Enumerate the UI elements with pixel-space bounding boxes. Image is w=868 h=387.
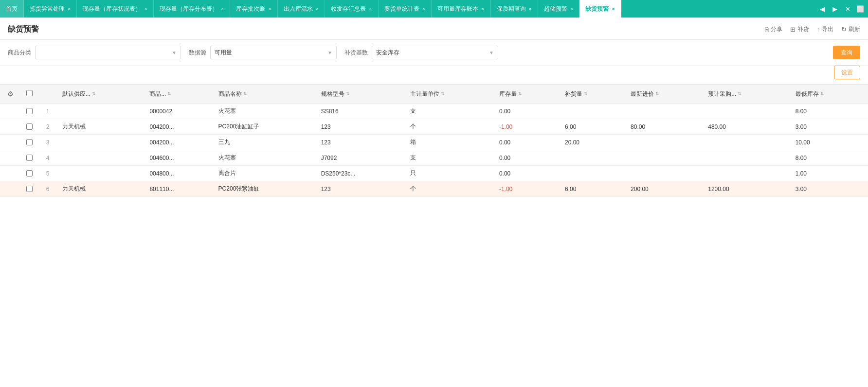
setting-button[interactable]: 设置 [834, 66, 860, 79]
row-stock: 0.00 [494, 135, 560, 150]
tab-collect[interactable]: 收发存汇总表 × [325, 0, 378, 18]
replenish-button[interactable]: ⊞ 补货 [790, 25, 809, 34]
row-num: 2 [38, 119, 57, 135]
row-checkbox[interactable] [26, 139, 33, 145]
row-checkbox[interactable] [26, 108, 33, 114]
row-unit: 支 [405, 150, 494, 166]
replenish-icon: ⊞ [790, 26, 796, 33]
tab-close-available[interactable]: × [481, 6, 484, 12]
tab-close-inventory1[interactable]: × [144, 6, 147, 12]
row-checkbox-cell [20, 150, 38, 166]
row-spec: 123 [316, 119, 405, 135]
row-latest-price [626, 166, 703, 181]
table-row[interactable]: 5 004800... 离合片 DS250*23c... 只 0.00 1.00 [0, 166, 868, 181]
tab-close-shortage[interactable]: × [612, 6, 615, 12]
row-code: 004200... [145, 119, 213, 135]
refresh-button[interactable]: ↻ 刷新 [841, 25, 860, 34]
row-num: 6 [38, 181, 57, 197]
tab-available[interactable]: 可用量库存账本 × [432, 0, 490, 18]
row-replenish-qty [560, 150, 626, 166]
datasource-select[interactable]: 可用量 ▼ [210, 46, 337, 59]
th-stock[interactable]: 库存量 ⇅ [494, 85, 560, 104]
column-settings-btn[interactable]: ⚙ [5, 88, 16, 99]
query-button[interactable]: 查询 [833, 46, 860, 59]
row-code: 004600... [145, 150, 213, 166]
tab-bar: 首页 拣货异常处理 × 现存量（库存状况表） × 现存量（库存分布表） × 库存… [0, 0, 868, 18]
tab-navigation: ◀ ▶ ✕ ⬜ [816, 3, 868, 15]
row-unit: 个 [405, 181, 494, 197]
tab-shortage[interactable]: 缺货预警 × [579, 0, 621, 18]
row-settings [0, 135, 20, 150]
row-checkbox-cell [20, 104, 38, 119]
tab-next-btn[interactable]: ▶ [829, 3, 841, 15]
select-all-checkbox[interactable] [26, 90, 33, 96]
tab-close-inventory2[interactable]: × [221, 6, 224, 12]
tab-expiry[interactable]: 保质期查询 × [491, 0, 538, 18]
th-name[interactable]: 商品名称 ⇅ [214, 85, 316, 104]
export-icon: ↑ [817, 26, 820, 33]
replenish-base-dropdown-icon: ▼ [489, 50, 494, 55]
tab-home[interactable]: 首页 [0, 0, 24, 18]
sort-icon-code: ⇅ [167, 91, 171, 96]
tab-batch[interactable]: 库存批次账 × [230, 0, 277, 18]
tab-close-overstock[interactable]: × [570, 6, 573, 12]
tab-restore-btn[interactable]: ⬜ [854, 3, 866, 15]
th-est-purchase[interactable]: 预计采购... ⇅ [703, 85, 790, 104]
page-container: 缺货预警 ⎘ 分享 ⊞ 补货 ↑ 导出 ↻ 刷新 商品分类 [0, 18, 868, 387]
table-row[interactable]: 3 004200... 三九 123 箱 0.00 20.00 10.00 [0, 135, 868, 150]
row-checkbox-cell [20, 135, 38, 150]
row-unit: 箱 [405, 135, 494, 150]
tab-close-abnormal[interactable]: × [68, 6, 71, 12]
replenish-base-select[interactable]: 安全库存 ▼ [372, 46, 498, 59]
filter-bar: 商品分类 ▼ 数据源 可用量 ▼ 补货基数 安全库存 ▼ 查询 [0, 40, 868, 66]
tab-overstock[interactable]: 超储预警 × [538, 0, 579, 18]
row-num: 5 [38, 166, 57, 181]
row-est-purchase: 1200.00 [703, 181, 790, 197]
row-unit: 只 [405, 166, 494, 181]
category-select[interactable]: ▼ [35, 46, 181, 59]
tab-inventory2[interactable]: 现存量（库存分布表） × [154, 0, 230, 18]
sort-icon-supplier: ⇅ [92, 91, 96, 96]
row-checkbox[interactable] [26, 186, 33, 192]
table-row[interactable]: 4 004600... 火花塞 J7092 支 0.00 8.00 [0, 150, 868, 166]
row-checkbox[interactable] [26, 170, 33, 176]
tab-close-batch[interactable]: × [268, 6, 271, 12]
table-row[interactable]: 2 力天机械 004200... PC200油缸缸子 123 个 -1.00 6… [0, 119, 868, 135]
th-code[interactable]: 商品... ⇅ [145, 85, 213, 104]
tab-inout[interactable]: 出入库流水 × [278, 0, 325, 18]
table-row[interactable]: 6 力天机械 801110... PC200张紧油缸 123 个 -1.00 6… [0, 181, 868, 197]
row-est-purchase [703, 150, 790, 166]
row-replenish-qty: 6.00 [560, 181, 626, 197]
th-min-stock[interactable]: 最低库存 ⇅ [791, 85, 868, 104]
row-num: 4 [38, 150, 57, 166]
row-code: 801110... [145, 181, 213, 197]
sort-icon-unit: ⇅ [441, 91, 445, 96]
export-button[interactable]: ↑ 导出 [817, 25, 834, 34]
table-row[interactable]: 1 0000042 火花塞 SS816 支 0.00 8.00 [0, 104, 868, 119]
row-est-purchase: 480.00 [703, 119, 790, 135]
tab-close-demand[interactable]: × [422, 6, 425, 12]
th-latest-price[interactable]: 最新进价 ⇅ [626, 85, 703, 104]
share-button[interactable]: ⎘ 分享 [765, 25, 782, 34]
tab-close-expiry[interactable]: × [529, 6, 532, 12]
row-stock: 0.00 [494, 150, 560, 166]
tab-inventory1[interactable]: 现存量（库存状况表） × [77, 0, 153, 18]
category-filter-group: 商品分类 ▼ [8, 46, 181, 59]
tab-close-inout[interactable]: × [316, 6, 319, 12]
header-actions: ⎘ 分享 ⊞ 补货 ↑ 导出 ↻ 刷新 [765, 25, 861, 34]
tab-abnormal[interactable]: 拣货异常处理 × [24, 0, 77, 18]
tab-close-collect[interactable]: × [369, 6, 372, 12]
tab-prev-btn[interactable]: ◀ [816, 3, 828, 15]
datasource-select-text: 可用量 [215, 49, 326, 57]
th-num [38, 85, 57, 104]
tab-close-all-btn[interactable]: ✕ [842, 3, 853, 15]
th-unit[interactable]: 主计量单位 ⇅ [405, 85, 494, 104]
row-checkbox-cell [20, 166, 38, 181]
tab-demand[interactable]: 要货单统计表 × [379, 0, 432, 18]
th-spec[interactable]: 规格型号 ⇅ [316, 85, 405, 104]
th-supplier[interactable]: 默认供应... ⇅ [57, 85, 145, 104]
th-replenish-qty[interactable]: 补货量 ⇅ [560, 85, 626, 104]
row-num: 1 [38, 104, 57, 119]
row-checkbox[interactable] [26, 155, 33, 161]
row-checkbox[interactable] [26, 123, 33, 130]
